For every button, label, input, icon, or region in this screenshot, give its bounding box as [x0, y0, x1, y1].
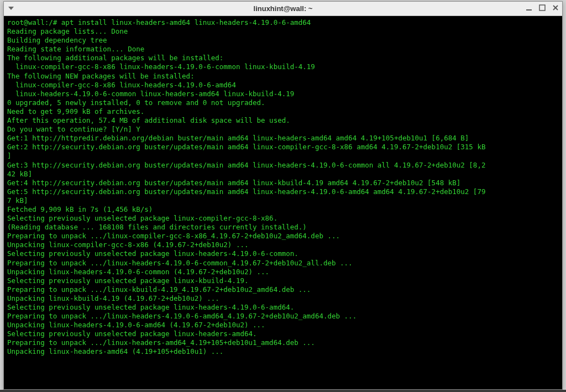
terminal-line: Selecting previously unselected package …	[7, 276, 249, 285]
terminal-line: Get:2 http://security.debian.org buster/…	[7, 143, 485, 151]
terminal-line: (Reading database ... 168108 files and d…	[7, 223, 307, 231]
close-icon[interactable]	[551, 3, 560, 12]
terminal-line: Do you want to continue? [Y/n] Y	[7, 125, 140, 133]
terminal-line: 7 kB]	[7, 196, 28, 205]
svg-rect-1	[526, 9, 532, 11]
terminal-line: Get:1 http://httpredir.debian.org/debian…	[7, 134, 469, 142]
terminal-line: The following NEW packages will be insta…	[7, 72, 195, 80]
terminal-line: Selecting previously unselected package …	[7, 303, 294, 311]
terminal-line: Selecting previously unselected package …	[7, 249, 298, 258]
terminal-line: linux-compiler-gcc-8-x86 linux-headers-4…	[7, 62, 315, 71]
minimize-icon[interactable]	[525, 3, 533, 12]
terminal-line: Reading package lists... Done	[7, 27, 128, 35]
terminal-window: linuxhint@wall: ~ root@wall:/# apt insta…	[3, 1, 563, 390]
terminal-line: Building dependency tree	[7, 36, 107, 44]
svg-marker-0	[8, 7, 14, 10]
terminal-line: Unpacking linux-headers-amd64 (4.19+105+…	[7, 347, 223, 356]
maximize-icon[interactable]	[538, 3, 547, 12]
terminal-line: Get:3 http://security.debian.org buster/…	[7, 161, 485, 169]
terminal-line: Selecting previously unselected package …	[7, 214, 277, 222]
window-title: linuxhint@wall: ~	[254, 4, 313, 13]
prompt-command: apt install linux-headers-amd64 linux-he…	[61, 18, 311, 27]
terminal-line: 0 upgraded, 5 newly installed, 0 to remo…	[7, 98, 265, 107]
terminal-line: Reading state information... Done	[7, 45, 144, 53]
terminal-line: Selecting previously unselected package …	[7, 330, 257, 338]
terminal-line: linux-compiler-gcc-8-x86 linux-headers-4…	[7, 81, 236, 89]
prompt-user: root@wall:/#	[7, 18, 61, 27]
terminal-line: Need to get 9,909 kB of archives.	[7, 107, 144, 116]
terminal-line: Unpacking linux-kbuild-4.19 (4.19.67-2+d…	[7, 294, 219, 302]
terminal-output[interactable]: root@wall:/# apt install linux-headers-a…	[4, 16, 562, 389]
terminal-line: 42 kB]	[7, 170, 32, 178]
terminal-line: Get:5 http://security.debian.org buster/…	[7, 187, 485, 196]
terminal-line: Fetched 9,909 kB in 7s (1,456 kB/s)	[7, 205, 153, 213]
terminal-line: Unpacking linux-headers-4.19.0-6-common …	[7, 268, 269, 276]
titlebar[interactable]: linuxhint@wall: ~	[4, 2, 562, 16]
terminal-line: Unpacking linux-headers-4.19.0-6-amd64 (…	[7, 321, 265, 329]
terminal-line: ]	[7, 151, 12, 160]
terminal-line: Unpacking linux-compiler-gcc-8-x86 (4.19…	[7, 241, 249, 249]
window-controls	[525, 3, 560, 12]
desktop-panel	[0, 390, 566, 392]
terminal-line: Preparing to unpack .../linux-kbuild-4.1…	[7, 285, 311, 294]
terminal-line: After this operation, 57.4 MB of additio…	[7, 116, 290, 124]
terminal-line: Preparing to unpack .../linux-headers-4.…	[7, 259, 353, 267]
terminal-line: linux-headers-4.19.0-6-common linux-head…	[7, 90, 294, 98]
menu-icon[interactable]	[7, 4, 15, 12]
terminal-line: Get:4 http://security.debian.org buster/…	[7, 179, 460, 187]
terminal-line: The following additional packages will b…	[7, 54, 223, 62]
svg-rect-2	[539, 5, 545, 11]
terminal-line: Preparing to unpack .../linux-headers-am…	[7, 338, 315, 347]
terminal-line: Preparing to unpack .../linux-headers-4.…	[7, 312, 357, 320]
terminal-line: Preparing to unpack .../linux-compiler-g…	[7, 232, 340, 240]
